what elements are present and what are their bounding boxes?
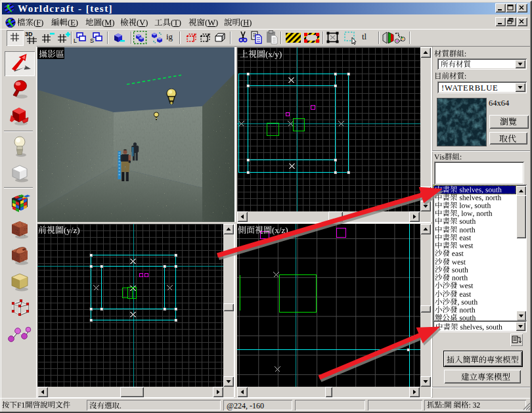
svg-text:3D: 3D [25,31,33,37]
svg-text:S: S [90,37,94,44]
svg-text:L: L [74,37,77,44]
